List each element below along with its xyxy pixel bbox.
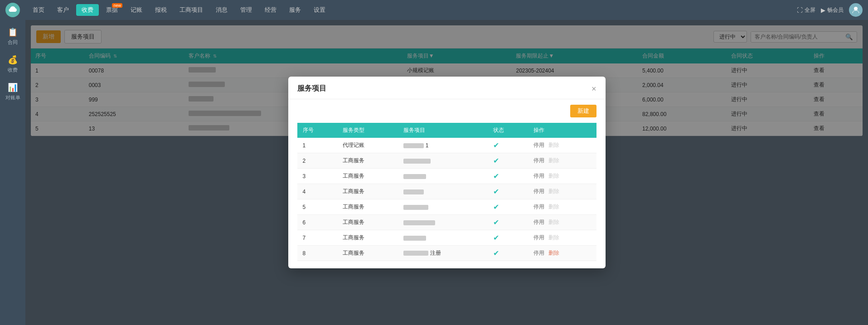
drow-type: 工商服务 xyxy=(337,246,398,261)
dialog-close-button[interactable]: × xyxy=(592,85,596,93)
stop-button[interactable]: 停用 xyxy=(533,157,544,164)
status-check-icon: ✔ xyxy=(493,203,499,211)
drow-seq: 1 xyxy=(297,138,338,153)
sidebar-label-hetong: 合同 xyxy=(8,39,18,46)
list-item: 3 工商服务 ✔ 停用 删除 xyxy=(297,169,596,184)
stop-button[interactable]: 停用 xyxy=(533,219,544,225)
drow-type: 工商服务 xyxy=(337,215,398,230)
drow-action: 停用 删除 xyxy=(528,169,596,184)
stop-button[interactable]: 停用 xyxy=(533,250,544,256)
nav-shezhi[interactable]: 设置 xyxy=(308,4,331,16)
drow-status: ✔ xyxy=(488,169,528,184)
contract-icon: 📋 xyxy=(8,27,18,37)
delete-button[interactable]: 删除 xyxy=(548,204,559,210)
drow-status: ✔ xyxy=(488,246,528,261)
drow-type: 工商服务 xyxy=(337,169,398,184)
top-navigation: 首页 客户 收费 票据 new 记账 报税 工商项目 消息 管理 经营 服务 设… xyxy=(0,0,868,20)
drow-seq: 7 xyxy=(297,230,338,246)
content-area: 新增 服务项目 进行中全部已结束 🔍 序号 合同编码 ⇅ 客户名称 ⇅ xyxy=(25,20,868,325)
stop-button[interactable]: 停用 xyxy=(533,142,544,148)
dcol-type: 服务类型 xyxy=(337,123,398,138)
app-logo[interactable] xyxy=(5,3,20,17)
drow-status: ✔ xyxy=(488,184,528,199)
dcol-action: 操作 xyxy=(528,123,596,138)
drow-type: 工商服务 xyxy=(337,184,398,199)
delete-button[interactable]: 删除 xyxy=(548,219,559,225)
drow-action: 停用 删除 xyxy=(528,230,596,246)
nav-baoshui[interactable]: 报税 xyxy=(150,4,172,16)
status-check-icon: ✔ xyxy=(493,218,499,226)
delete-button[interactable]: 删除 xyxy=(548,157,559,164)
drow-action: 停用 删除 xyxy=(528,246,596,261)
sidebar: 📋 合同 💰 收费 📊 对账单 xyxy=(0,20,25,325)
nav-shoufei[interactable]: 收费 xyxy=(76,4,99,16)
delete-button[interactable]: 删除 xyxy=(548,173,559,179)
sidebar-item-duizhang[interactable]: 📊 对账单 xyxy=(1,79,24,105)
status-check-icon: ✔ xyxy=(493,188,499,195)
delete-button[interactable]: 删除 xyxy=(548,250,559,256)
nav-guanli[interactable]: 管理 xyxy=(235,4,257,16)
drow-seq: 5 xyxy=(297,199,338,215)
stop-button[interactable]: 停用 xyxy=(533,234,544,241)
service-item-dialog: 服务项目 × 新建 序号 服务类型 服务项目 状态 xyxy=(288,77,606,268)
stop-button[interactable]: 停用 xyxy=(533,173,544,179)
drow-type: 工商服务 xyxy=(337,230,398,246)
delete-button[interactable]: 删除 xyxy=(548,234,559,241)
sidebar-label-shoufei: 收费 xyxy=(8,67,18,73)
sidebar-label-duizhang: 对账单 xyxy=(5,94,20,101)
dialog-table-body: 1 代理记账 1 ✔ 停用 删除 xyxy=(297,138,596,261)
status-check-icon: ✔ xyxy=(493,172,499,180)
nav-items: 首页 客户 收费 票据 new 记账 报税 工商项目 消息 管理 经营 服务 设… xyxy=(27,4,797,16)
sidebar-item-shoufei[interactable]: 💰 收费 xyxy=(1,51,24,77)
drow-action: 停用 删除 xyxy=(528,138,596,153)
drow-status: ✔ xyxy=(488,138,528,153)
status-check-icon: ✔ xyxy=(493,157,499,165)
drow-seq: 4 xyxy=(297,184,338,199)
drow-action: 停用 删除 xyxy=(528,215,596,230)
stop-button[interactable]: 停用 xyxy=(533,188,544,194)
nav-customer[interactable]: 客户 xyxy=(52,4,74,16)
stop-button[interactable]: 停用 xyxy=(533,204,544,210)
nav-fuwu[interactable]: 服务 xyxy=(284,4,306,16)
dialog-table-head: 序号 服务类型 服务项目 状态 操作 xyxy=(297,123,596,138)
drow-item xyxy=(398,199,488,215)
drow-item xyxy=(398,153,488,169)
list-item: 8 工商服务 注册 ✔ 停用 删除 xyxy=(297,246,596,261)
list-item: 4 工商服务 ✔ 停用 删除 xyxy=(297,184,596,199)
new-badge: new xyxy=(112,3,122,8)
modal-overlay: 服务项目 × 新建 序号 服务类型 服务项目 状态 xyxy=(25,20,868,325)
delete-button[interactable]: 删除 xyxy=(548,188,559,194)
dialog-table-wrap[interactable]: 序号 服务类型 服务项目 状态 操作 1 代理记账 xyxy=(288,123,606,268)
dialog-new-button[interactable]: 新建 xyxy=(570,105,596,117)
drow-seq: 3 xyxy=(297,169,338,184)
drow-item xyxy=(398,169,488,184)
status-check-icon: ✔ xyxy=(493,234,499,242)
user-avatar[interactable] xyxy=(849,3,863,17)
nav-gongshang[interactable]: 工商项目 xyxy=(174,4,209,16)
dcol-seq: 序号 xyxy=(297,123,338,138)
fullscreen-button[interactable]: ⛶ 全屏 xyxy=(797,6,815,14)
dialog-header: 服务项目 × xyxy=(288,77,606,99)
drow-type: 工商服务 xyxy=(337,153,398,169)
drow-action: 停用 删除 xyxy=(528,153,596,169)
drow-seq: 6 xyxy=(297,215,338,230)
drow-item xyxy=(398,230,488,246)
list-item: 5 工商服务 ✔ 停用 删除 xyxy=(297,199,596,215)
dcol-status: 状态 xyxy=(488,123,528,138)
dialog-toolbar: 新建 xyxy=(288,99,606,123)
nav-xiaoxi[interactable]: 消息 xyxy=(210,4,233,16)
sidebar-item-hetong[interactable]: 📋 合同 xyxy=(1,24,24,49)
list-item: 7 工商服务 ✔ 停用 删除 xyxy=(297,230,596,246)
nav-piao[interactable]: 票据 new xyxy=(101,4,123,16)
nav-jingying[interactable]: 经营 xyxy=(259,4,282,16)
nav-jiz[interactable]: 记账 xyxy=(125,4,148,16)
drow-action: 停用 删除 xyxy=(528,184,596,199)
svg-point-0 xyxy=(854,7,858,10)
drow-status: ✔ xyxy=(488,230,528,246)
member-button[interactable]: ▶ 畅会员 xyxy=(821,6,844,14)
dialog-title: 服务项目 xyxy=(297,84,326,93)
drow-status: ✔ xyxy=(488,215,528,230)
delete-button[interactable]: 删除 xyxy=(548,142,559,148)
list-item: 1 代理记账 1 ✔ 停用 删除 xyxy=(297,138,596,153)
nav-home[interactable]: 首页 xyxy=(27,4,50,16)
